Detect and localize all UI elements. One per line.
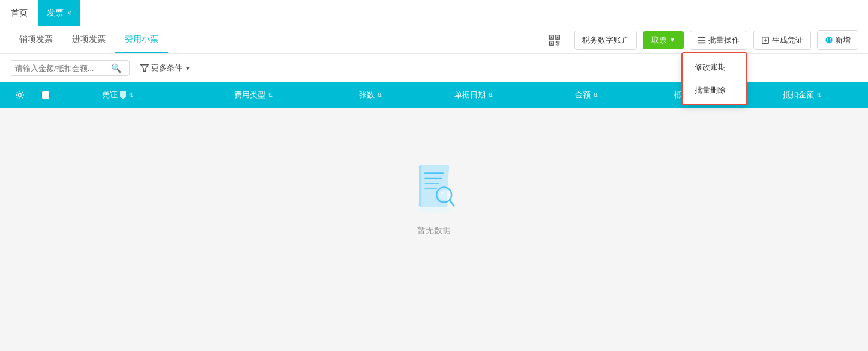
svg-rect-1	[551, 36, 553, 38]
invoice-tab-label: 发票	[47, 8, 64, 19]
svg-rect-10	[559, 43, 560, 44]
settings-icon	[15, 90, 25, 100]
qr-code-button[interactable]	[541, 30, 568, 50]
tax-account-label: 税务数字账户	[582, 35, 629, 46]
home-tab[interactable]: 首页	[0, 0, 38, 26]
th-amount: 金额 ⇅	[535, 90, 638, 100]
home-label: 首页	[11, 8, 28, 19]
tax-digital-account-button[interactable]: 税务数字账户	[574, 31, 637, 50]
qr-icon	[548, 34, 561, 47]
search-box: 🔍	[10, 60, 130, 76]
empty-state: 暂无数据	[0, 108, 868, 260]
svg-rect-9	[558, 43, 559, 46]
add-icon: ⊕	[825, 34, 833, 46]
th-date: 单据日期 ⇅	[413, 90, 535, 100]
th-deduct-amount: 抵扣金额 ⇅	[741, 90, 863, 100]
svg-rect-13	[698, 42, 705, 43]
filter-arrow-icon: ▼	[185, 65, 191, 72]
th-settings[interactable]	[5, 90, 35, 100]
batch-delete-item[interactable]: 批量删除	[683, 79, 746, 102]
svg-rect-12	[698, 40, 705, 41]
qupiao-button[interactable]: 取票 ▼	[643, 31, 684, 49]
svg-point-26	[439, 190, 449, 200]
empty-text: 暂无数据	[417, 225, 451, 236]
close-icon[interactable]: ×	[67, 9, 71, 17]
svg-rect-11	[698, 37, 705, 38]
invoice-tab[interactable]: 发票 ×	[38, 0, 80, 26]
voucher-filter-icon[interactable]	[120, 91, 126, 99]
tab-feiyong[interactable]: 费用小票	[115, 26, 168, 53]
empty-illustration	[404, 156, 464, 216]
svg-point-20	[417, 207, 451, 213]
modify-period-item[interactable]: 修改账期	[683, 56, 746, 79]
tab-jinxiang[interactable]: 进项发票	[62, 26, 115, 53]
svg-marker-17	[141, 65, 148, 72]
batch-operations-button[interactable]: 批量操作	[690, 31, 747, 50]
th-voucher: 凭证 ⇅	[56, 90, 178, 100]
more-filter-button[interactable]: 更多条件 ▼	[136, 60, 196, 76]
filter-icon	[140, 64, 149, 72]
svg-marker-19	[120, 91, 126, 99]
th-count: 张数 ⇅	[328, 90, 413, 100]
expense-sort-icon[interactable]: ⇅	[268, 92, 273, 99]
svg-rect-3	[557, 36, 559, 38]
svg-rect-8	[556, 44, 557, 45]
generate-label: 生成凭证	[772, 35, 803, 46]
count-sort-icon[interactable]: ⇅	[377, 92, 382, 99]
batch-label: 批量操作	[708, 35, 740, 46]
svg-line-27	[450, 200, 454, 206]
add-label: 新增	[835, 35, 851, 46]
generate-icon	[761, 36, 770, 44]
th-checkbox[interactable]	[35, 91, 56, 99]
svg-rect-6	[556, 41, 558, 43]
deduct-sort-icon[interactable]: ⇅	[816, 92, 821, 99]
voucher-sort-icon[interactable]: ⇅	[128, 92, 133, 99]
svg-rect-5	[551, 42, 553, 44]
filter-label: 更多条件	[151, 63, 182, 73]
qupiao-label: 取票	[651, 35, 667, 46]
search-icon[interactable]: 🔍	[111, 63, 121, 73]
svg-point-18	[19, 94, 22, 97]
sub-tabs: 销项发票 进项发票 费用小票	[0, 26, 868, 54]
date-sort-icon[interactable]: ⇅	[488, 92, 493, 99]
qupiao-arrow-icon: ▼	[669, 37, 675, 43]
th-expense-type: 费用类型 ⇅	[178, 90, 328, 100]
select-all-checkbox[interactable]	[41, 91, 50, 99]
generate-voucher-button[interactable]: 生成凭证	[753, 31, 811, 50]
search-input[interactable]	[15, 64, 111, 73]
batch-operations-wrapper: 批量操作 修改账期 批量删除	[690, 31, 747, 50]
batch-dropdown-menu: 修改账期 批量删除	[681, 52, 747, 105]
svg-rect-7	[559, 41, 560, 42]
svg-point-28	[441, 191, 444, 194]
add-button[interactable]: ⊕ 新增	[817, 30, 858, 50]
batch-icon	[698, 36, 706, 44]
amount-sort-icon[interactable]: ⇅	[593, 92, 598, 99]
top-nav: 首页 发票 ×	[0, 0, 868, 26]
tab-xiaoxiang[interactable]: 销项发票	[10, 26, 62, 53]
